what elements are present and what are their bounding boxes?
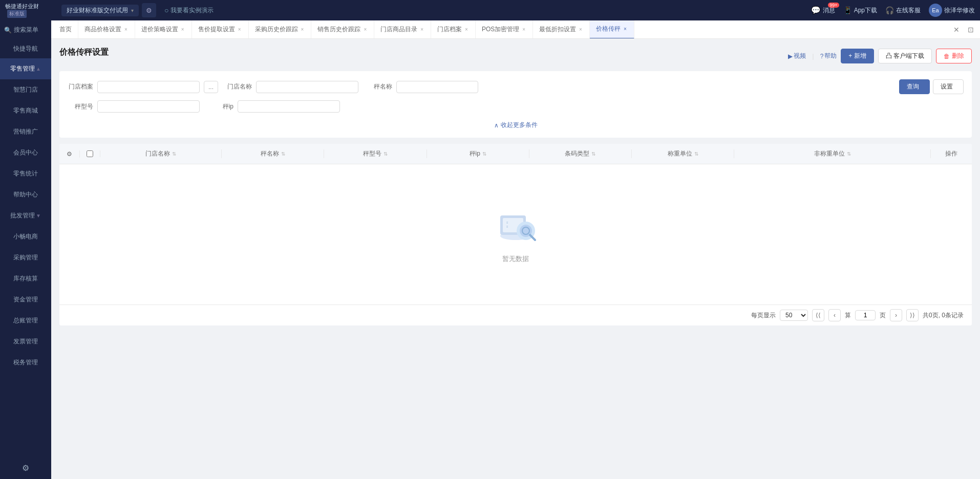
close-all-tabs-button[interactable]: ✕: [949, 23, 964, 37]
sidebar-item-tax-mgmt[interactable]: 税务管理: [0, 352, 51, 373]
th-store-name: 门店名称 ⇅: [100, 149, 222, 158]
main-layout: 🔍 搜索菜单 快捷导航 零售管理 ▲ 智慧门店 零售商城 营销推广 会员中心 零…: [0, 20, 980, 479]
tab-product-pricing[interactable]: 商品价格设置 ×: [78, 20, 135, 39]
th-checkbox[interactable]: [80, 150, 100, 157]
tab-sale-extraction-close[interactable]: ×: [237, 26, 242, 33]
page-number-input[interactable]: [855, 310, 876, 320]
per-page-select[interactable]: 50 10 20 100: [780, 310, 808, 321]
filter-scale-ip: 秤ip: [208, 100, 340, 113]
tab-pos-encryption[interactable]: POS加密管理 ×: [476, 20, 533, 39]
tab-min-discount[interactable]: 最低折扣设置 ×: [533, 20, 590, 39]
sidebar-item-general-ledger[interactable]: 总账管理: [0, 310, 51, 331]
sidebar-item-retail-mgmt[interactable]: 零售管理 ▲: [0, 58, 51, 79]
maximize-button[interactable]: ⊡: [964, 23, 978, 37]
sidebar-item-smart-store[interactable]: 智慧门店: [0, 79, 51, 100]
search-icon: 🔍: [4, 27, 12, 34]
th-barcode-type: 条码类型 ⇅: [529, 149, 632, 158]
sort-scale-ip-icon[interactable]: ⇅: [482, 151, 486, 157]
quick-nav-item[interactable]: 快捷导航: [0, 39, 51, 58]
sort-store-icon[interactable]: ⇅: [172, 151, 176, 157]
search-menu-item[interactable]: 🔍 搜索菜单: [0, 20, 51, 39]
svg-text:≡: ≡: [506, 225, 508, 228]
store-profile-ellipsis[interactable]: ...: [204, 81, 218, 93]
tab-product-pricing-close[interactable]: ×: [123, 26, 129, 33]
env-settings-button[interactable]: ⚙: [142, 3, 156, 17]
tab-purchase-strategy[interactable]: 进价策略设置 ×: [135, 20, 192, 39]
filter-row-1: 门店档案 ... 门店名称 秤名称 查询: [68, 79, 964, 94]
online-service-button[interactable]: 🎧 在线客服: [885, 6, 921, 15]
help-icon: ?: [820, 53, 824, 60]
app-download-button[interactable]: 📱 App下载: [843, 6, 877, 15]
sidebar-tax-label: 税务管理: [13, 358, 38, 367]
sidebar-item-invoice-mgmt[interactable]: 发票管理: [0, 331, 51, 352]
help-link[interactable]: ? 帮助: [820, 52, 837, 60]
collapse-bar[interactable]: ∧ 收起更多条件: [68, 119, 964, 129]
th-gear[interactable]: ⚙: [59, 150, 80, 158]
sidebar-wholesale-label: 批发管理: [10, 211, 35, 220]
scale-model-input[interactable]: [97, 100, 200, 113]
delete-icon: 🗑: [944, 53, 950, 60]
first-page-icon: ⟨⟨: [816, 312, 821, 319]
set-button[interactable]: 设置: [933, 79, 964, 94]
tab-purchase-history[interactable]: 采购历史价跟踪 ×: [249, 20, 312, 39]
download-client-label: 凸 客户端下载: [886, 52, 924, 60]
sidebar-item-help-center[interactable]: 帮助中心: [0, 184, 51, 205]
logo-title: 畅捷通好业财: [5, 3, 39, 10]
env-selector[interactable]: 好业财标准版交付试用 ▾: [61, 5, 139, 16]
sidebar-item-xiaochange-ecom[interactable]: 小畅电商: [0, 226, 51, 247]
sidebar-item-funds-mgmt[interactable]: 资金管理: [0, 289, 51, 310]
video-link[interactable]: ▶ 视频: [788, 52, 806, 60]
tab-min-discount-close[interactable]: ×: [578, 26, 583, 33]
last-page-button[interactable]: ⟩⟩: [906, 309, 919, 321]
sidebar-item-retail-stats[interactable]: 零售统计: [0, 163, 51, 184]
prev-page-button[interactable]: ‹: [828, 309, 841, 321]
scale-ip-input[interactable]: [238, 100, 340, 113]
sort-nonweight-icon[interactable]: ⇅: [847, 151, 851, 157]
tab-store-profile-close[interactable]: ×: [464, 26, 469, 33]
sort-scale-model-icon[interactable]: ⇅: [384, 151, 388, 157]
select-all-checkbox[interactable]: [87, 150, 93, 157]
tab-pos-encryption-close[interactable]: ×: [521, 26, 526, 33]
scale-name-input[interactable]: [396, 81, 478, 93]
tab-purchase-strategy-close[interactable]: ×: [180, 26, 185, 33]
tab-price-relay-close[interactable]: ×: [623, 25, 628, 33]
tab-sale-extraction[interactable]: 售价提取设置 ×: [192, 20, 249, 39]
new-button[interactable]: + 新增: [841, 49, 874, 63]
sort-barcode-icon[interactable]: ⇅: [591, 151, 595, 157]
query-button[interactable]: 查询: [899, 79, 930, 94]
user-profile-button[interactable]: Ea 徐泽华修改: [929, 4, 975, 17]
tab-price-relay-label: 价格传秤: [596, 25, 621, 33]
tab-store-catalog[interactable]: 门店商品目录 ×: [374, 20, 431, 39]
user-name-label: 徐泽华修改: [944, 6, 975, 15]
demo-link[interactable]: ○ 我要看实例演示: [164, 6, 214, 15]
th-scale-model: 秤型号 ⇅: [324, 149, 427, 158]
tab-sale-history[interactable]: 销售历史价跟踪 ×: [311, 20, 374, 39]
sidebar-item-member-center[interactable]: 会员中心: [0, 142, 51, 163]
message-button[interactable]: 💬 消息 99+: [811, 6, 835, 15]
sidebar-item-online-store[interactable]: 零售商城: [0, 100, 51, 121]
per-page-label: 每页显示: [751, 311, 776, 320]
sidebar-item-purchase-mgmt[interactable]: 采购管理: [0, 247, 51, 268]
tab-pos-encryption-label: POS加密管理: [482, 25, 519, 34]
store-profile-input[interactable]: [97, 81, 200, 93]
tab-store-profile[interactable]: 门店档案 ×: [431, 20, 476, 39]
tab-store-catalog-close[interactable]: ×: [419, 26, 424, 33]
empty-illustration: ≡ ≡: [490, 205, 541, 246]
next-page-button[interactable]: ›: [890, 309, 902, 321]
store-name-input[interactable]: [256, 81, 358, 93]
tab-sale-history-close[interactable]: ×: [363, 26, 368, 33]
sidebar-item-marketing[interactable]: 营销推广: [0, 121, 51, 142]
tab-home[interactable]: 首页: [53, 20, 78, 39]
sidebar-settings-button[interactable]: ⚙: [0, 457, 51, 479]
download-client-button[interactable]: 凸 客户端下载: [878, 49, 932, 63]
tab-purchase-history-close[interactable]: ×: [300, 26, 305, 33]
sidebar-item-inventory[interactable]: 库存核算: [0, 268, 51, 289]
sort-scale-name-icon[interactable]: ⇅: [281, 151, 285, 157]
sort-weight-icon[interactable]: ⇅: [694, 151, 698, 157]
first-page-button[interactable]: ⟨⟨: [812, 309, 824, 321]
tab-price-relay[interactable]: 价格传秤 ×: [590, 20, 634, 39]
top-right-area: 💬 消息 99+ 📱 App下载 🎧 在线客服 Ea 徐泽华修改: [811, 4, 975, 17]
scale-model-label: 秤型号: [68, 102, 93, 111]
sidebar-item-wholesale-mgmt[interactable]: 批发管理 ▼: [0, 205, 51, 226]
delete-button[interactable]: 🗑 删除: [936, 49, 972, 63]
